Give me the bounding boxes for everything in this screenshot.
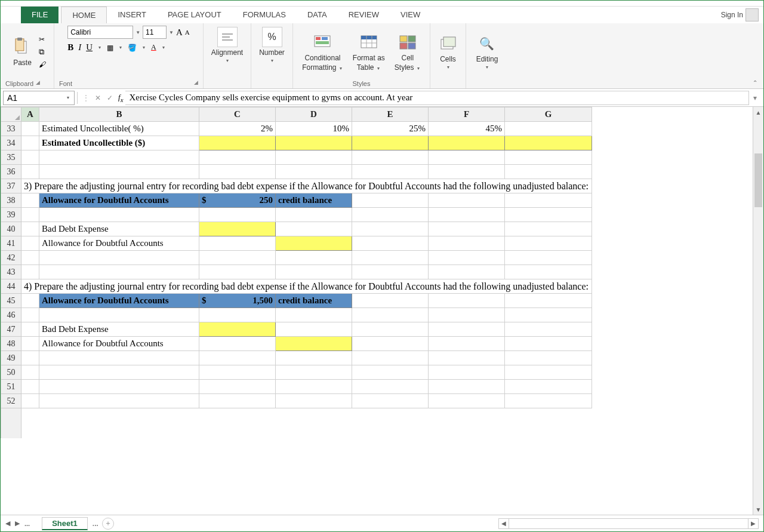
cell[interactable] [352, 150, 429, 165]
cell-C33[interactable]: 2% [199, 122, 276, 136]
collapse-ribbon-icon[interactable]: ⌃ [753, 79, 757, 86]
number-button[interactable]: % Number ▾ [255, 26, 288, 64]
cell[interactable] [429, 351, 505, 365]
cell[interactable] [39, 150, 199, 165]
cell[interactable] [429, 208, 505, 222]
cell[interactable] [39, 208, 199, 222]
underline-button[interactable]: U [86, 42, 93, 53]
cell[interactable] [352, 251, 429, 265]
cell-D38[interactable]: credit balance [276, 193, 352, 208]
cell[interactable] [505, 294, 592, 308]
col-A[interactable]: A [21, 107, 39, 122]
cell[interactable] [429, 236, 505, 251]
formula-input[interactable]: Xercise Cycles Company sells exercise eq… [125, 91, 749, 105]
col-G[interactable]: G [505, 107, 592, 122]
cell[interactable] [505, 193, 592, 208]
cell-B34[interactable]: Estimated Uncollectible ($) [39, 136, 199, 150]
cell[interactable] [505, 265, 592, 279]
cell[interactable] [39, 394, 199, 408]
fill-color-icon[interactable]: 🪣 [128, 44, 137, 52]
cell-C40[interactable] [199, 222, 276, 236]
tab-page-layout[interactable]: PAGE LAYOUT [157, 7, 232, 23]
cell-44[interactable]: 4) Prepare the adjusting journal entry f… [21, 279, 592, 294]
col-D[interactable]: D [276, 107, 352, 122]
cell-B47[interactable]: Bad Debt Expense [39, 322, 199, 337]
cell-B40[interactable]: Bad Debt Expense [39, 222, 199, 236]
cell[interactable] [199, 165, 276, 179]
cell[interactable] [429, 294, 505, 308]
cell-C45[interactable]: $1,500 [199, 294, 276, 308]
row-39[interactable]: 39 [1, 208, 21, 222]
row-52[interactable]: 52 [1, 394, 21, 408]
scroll-thumb[interactable] [754, 153, 762, 207]
cell[interactable] [276, 322, 352, 337]
row-48[interactable]: 48 [1, 337, 21, 351]
row-46[interactable]: 46 [1, 308, 21, 322]
cell[interactable] [352, 322, 429, 337]
cell[interactable] [276, 351, 352, 365]
cell[interactable] [199, 265, 276, 279]
cell[interactable] [21, 308, 39, 322]
bold-button[interactable]: B [67, 42, 73, 53]
grid[interactable]: A B C D E F G 33 Estimated Uncollectible… [1, 107, 753, 515]
cell-B45[interactable]: Allowance for Doubtful Accounts [39, 294, 199, 308]
cell[interactable] [352, 165, 429, 179]
row-36[interactable]: 36 [1, 165, 21, 179]
cell[interactable] [39, 308, 199, 322]
scroll-up-icon[interactable]: ▲ [753, 107, 763, 118]
cell[interactable] [352, 394, 429, 408]
cell[interactable] [199, 380, 276, 394]
cell[interactable] [199, 236, 276, 251]
editing-button[interactable]: 🔍 Editing ▾ [473, 32, 502, 71]
col-F[interactable]: F [429, 107, 505, 122]
copy-icon[interactable]: ⧉ [39, 47, 46, 57]
cell[interactable] [21, 394, 39, 408]
cell-D41[interactable] [276, 236, 352, 251]
col-B[interactable]: B [39, 107, 199, 122]
cell[interactable] [276, 208, 352, 222]
cell[interactable] [39, 265, 199, 279]
cell[interactable] [199, 337, 276, 351]
font-launcher-icon[interactable]: ◢ [194, 79, 198, 85]
cell[interactable] [276, 380, 352, 394]
cell[interactable] [429, 165, 505, 179]
row-38[interactable]: 38 [1, 193, 21, 208]
cell-E33[interactable]: 25% [352, 122, 429, 136]
cell[interactable] [352, 351, 429, 365]
accept-formula-icon[interactable]: ✓ [104, 92, 116, 104]
cell[interactable] [199, 351, 276, 365]
font-size-input[interactable] [143, 26, 167, 39]
tab-review[interactable]: REVIEW [338, 7, 390, 23]
cell-C47[interactable] [199, 322, 276, 337]
cell[interactable] [505, 165, 592, 179]
add-sheet-icon[interactable]: ＋ [102, 518, 114, 530]
font-dd-icon[interactable]: ▼ [134, 30, 141, 35]
cell-D45[interactable]: credit balance [276, 294, 352, 308]
cell[interactable] [505, 308, 592, 322]
cell[interactable] [21, 222, 39, 236]
cell[interactable] [276, 222, 352, 236]
row-35[interactable]: 35 [1, 150, 21, 165]
fb-menu-icon[interactable]: ⋮ [80, 94, 92, 102]
cell[interactable] [429, 308, 505, 322]
cell[interactable] [21, 236, 39, 251]
cell[interactable] [39, 251, 199, 265]
namebox-dd-icon[interactable]: ▾ [66, 95, 70, 100]
cell[interactable] [505, 394, 592, 408]
horizontal-scrollbar[interactable]: ◀ ▶ [498, 518, 759, 529]
row-33[interactable]: 33 [1, 122, 21, 136]
cell[interactable] [21, 294, 39, 308]
cell-A38[interactable] [21, 193, 39, 208]
row-45[interactable]: 45 [1, 294, 21, 308]
cell[interactable] [21, 165, 39, 179]
cell[interactable] [39, 365, 199, 380]
row-40[interactable]: 40 [1, 222, 21, 236]
cell[interactable] [21, 150, 39, 165]
cell[interactable] [505, 365, 592, 380]
size-dd-icon[interactable]: ▼ [168, 30, 175, 35]
col-E[interactable]: E [352, 107, 429, 122]
row-44[interactable]: 44 [1, 279, 21, 294]
cell[interactable] [21, 408, 592, 438]
cell[interactable] [352, 308, 429, 322]
sheet-more-icon[interactable]: ... [93, 519, 98, 528]
